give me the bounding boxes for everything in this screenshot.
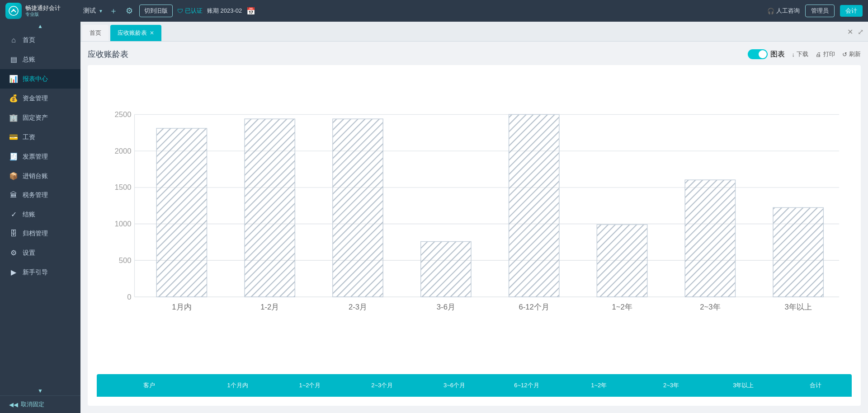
- logo-text: 畅捷通好会计 专业版: [25, 5, 61, 17]
- sidebar-item-tax[interactable]: 🏛 税务管理: [0, 186, 80, 205]
- svg-text:0: 0: [127, 293, 131, 301]
- chart-container: 0 500 1000 1500 2000 2500: [88, 65, 861, 406]
- tab-home[interactable]: 首页: [82, 25, 108, 41]
- settings-icon: ⚙: [9, 249, 18, 257]
- print-icon: 🖨: [816, 51, 821, 58]
- chart-wrapper: 0 500 1000 1500 2000 2500: [97, 74, 852, 369]
- reports-icon: 📊: [9, 75, 18, 83]
- refresh-icon: ↺: [842, 51, 847, 58]
- sidebar-item-label: 发票管理: [23, 153, 48, 161]
- bar-chart: 0 500 1000 1500 2000 2500: [97, 74, 852, 369]
- invoice-icon: 🧾: [9, 152, 18, 161]
- sidebar-item-label: 税务管理: [23, 191, 48, 199]
- close-tab-icon[interactable]: ✕: [150, 30, 154, 36]
- svg-text:1-2月: 1-2月: [260, 303, 279, 311]
- sidebar-item-label: 首页: [23, 36, 35, 44]
- bar-6-12month: [509, 114, 559, 297]
- col-6-12month: 6~12个月: [491, 374, 563, 397]
- sidebar-item-purchase[interactable]: 📦 进销台账: [0, 166, 80, 186]
- table-header: 客户 1个月内 1~2个月 2~3个月 3~6个月 6~12个月 1~2年 2~…: [97, 374, 852, 397]
- sidebar-item-label: 新手引导: [23, 268, 48, 277]
- certified-badge: 🛡 已认证: [177, 7, 203, 15]
- consult-button[interactable]: 🎧 人工咨询: [767, 7, 800, 15]
- unpin-icon: ◀◀: [9, 401, 18, 408]
- company-selector[interactable]: 测试 ▼: [83, 7, 103, 15]
- col-customer: 客户: [97, 374, 202, 397]
- sidebar-scroll-up[interactable]: ▲: [0, 22, 80, 31]
- content-area: 首页 应收账龄表 ✕ ✕ ⤢ 应收账龄表 图表: [80, 22, 868, 413]
- sidebar-item-checkout[interactable]: ✓ 结账: [0, 205, 80, 224]
- sidebar-scroll-down[interactable]: ▼: [0, 386, 80, 395]
- sidebar-item-guide[interactable]: ▶ 新手引导: [0, 263, 80, 282]
- sidebar-item-label: 资金管理: [23, 94, 48, 103]
- bar-3year-plus: [773, 207, 823, 297]
- salary-icon: 💳: [9, 133, 18, 141]
- chart-toggle-container[interactable]: 图表: [748, 49, 785, 59]
- tab-receivable-aging-label: 应收账龄表: [118, 29, 147, 37]
- sidebar-item-label: 设置: [23, 249, 35, 257]
- chart-toggle[interactable]: [748, 49, 768, 59]
- page-actions: 图表 ↓ 下载 🖨 打印 ↺ 刷新: [748, 49, 861, 59]
- svg-text:1~2年: 1~2年: [612, 303, 632, 311]
- col-3year-plus: 3年以上: [707, 374, 779, 397]
- bar-1-2year: [597, 225, 647, 297]
- sidebar-item-reports[interactable]: 📊 报表中心: [0, 69, 80, 89]
- sidebar-item-label: 总账: [23, 56, 35, 64]
- funds-icon: 💰: [9, 94, 18, 103]
- sidebar-item-label: 报表中心: [23, 75, 48, 83]
- refresh-button[interactable]: ↺ 刷新: [842, 50, 861, 58]
- sidebar-item-home[interactable]: ⌂ 首页: [0, 31, 80, 50]
- shield-icon: 🛡: [177, 8, 183, 14]
- page-content: 应收账龄表 图表 ↓ 下载 🖨 打印 ↺: [80, 42, 868, 413]
- logo-icon: [5, 3, 22, 19]
- tabs-bar: 首页 应收账龄表 ✕ ✕ ⤢: [80, 22, 868, 42]
- settings-icon[interactable]: ⚙: [124, 4, 135, 18]
- page-header: 应收账龄表 图表 ↓ 下载 🖨 打印 ↺: [88, 49, 861, 60]
- page-title: 应收账龄表: [88, 49, 128, 60]
- bar-2-3year: [685, 180, 735, 297]
- tab-home-label: 首页: [90, 29, 101, 37]
- checkout-icon: ✓: [9, 210, 18, 219]
- bar-3-6month: [421, 242, 471, 297]
- col-1-2month: 1~2个月: [274, 374, 346, 397]
- calendar-icon[interactable]: 📅: [246, 7, 255, 15]
- svg-point-1: [13, 9, 14, 11]
- sidebar-item-invoice[interactable]: 🧾 发票管理: [0, 147, 80, 166]
- old-version-button[interactable]: 切到旧版: [139, 5, 173, 17]
- sidebar-item-funds[interactable]: 💰 资金管理: [0, 89, 80, 108]
- sidebar-item-assets[interactable]: 🏢 固定资产: [0, 108, 80, 127]
- sidebar: ▲ ⌂ 首页 ▤ 总账 📊 报表中心 💰 资金管理 🏢 固定资产: [0, 22, 80, 413]
- col-2-3year: 2~3年: [635, 374, 708, 397]
- expand-icon[interactable]: ⤢: [858, 27, 863, 36]
- add-button[interactable]: ＋: [108, 4, 119, 18]
- sidebar-item-label: 工资: [23, 133, 35, 141]
- assets-icon: 🏢: [9, 113, 18, 122]
- svg-text:2500: 2500: [114, 110, 131, 119]
- sidebar-item-archive[interactable]: 🗄 归档管理: [0, 224, 80, 243]
- sidebar-item-salary[interactable]: 💳 工资: [0, 127, 80, 147]
- download-icon: ↓: [792, 51, 795, 58]
- close-panel-icon[interactable]: ✕: [847, 27, 853, 36]
- chart-toggle-label: 图表: [770, 50, 785, 59]
- sidebar-item-label: 固定资产: [23, 114, 48, 122]
- svg-text:3-6月: 3-6月: [437, 303, 455, 311]
- archive-icon: 🗄: [9, 230, 18, 238]
- user-button[interactable]: 管理员: [805, 5, 835, 17]
- guide-icon: ▶: [9, 268, 18, 277]
- tab-receivable-aging[interactable]: 应收账龄表 ✕: [110, 25, 161, 41]
- ledger-icon: ▤: [9, 55, 18, 64]
- col-total: 合计: [779, 374, 852, 397]
- svg-text:2~3年: 2~3年: [700, 303, 720, 311]
- col-1-2year: 1~2年: [563, 374, 635, 397]
- svg-text:1500: 1500: [114, 183, 131, 192]
- svg-text:6-12个月: 6-12个月: [519, 303, 549, 311]
- sidebar-item-settings[interactable]: ⚙ 设置: [0, 243, 80, 263]
- top-bar: 畅捷通好会计 专业版 测试 ▼ ＋ ⚙ 切到旧版 🛡 已认证 账期 2023-0…: [0, 0, 868, 22]
- logo-area: 畅捷通好会计 专业版: [5, 3, 78, 19]
- role-button[interactable]: 会计: [840, 5, 863, 17]
- print-button[interactable]: 🖨 打印: [816, 50, 835, 58]
- cancel-fixed-button[interactable]: ◀◀ 取消固定: [0, 395, 80, 413]
- bar-2-3month: [333, 119, 383, 297]
- download-button[interactable]: ↓ 下载: [792, 50, 809, 58]
- sidebar-item-ledger[interactable]: ▤ 总账: [0, 50, 80, 69]
